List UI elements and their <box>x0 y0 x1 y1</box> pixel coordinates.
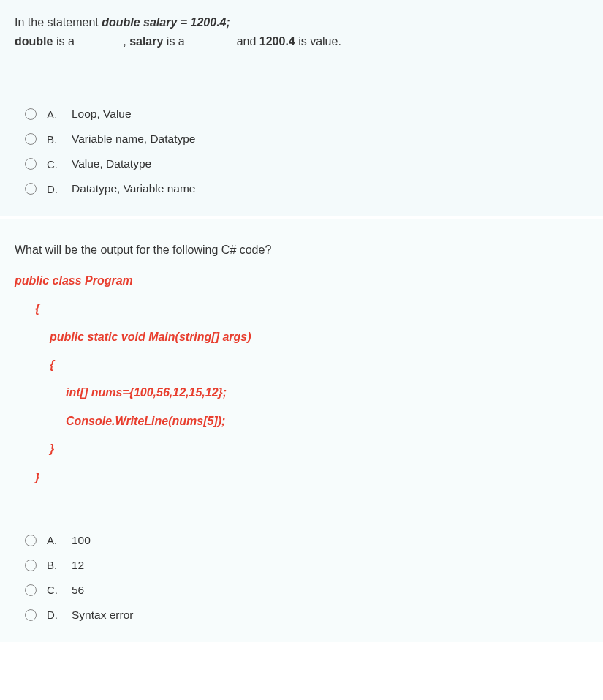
radio-icon <box>25 158 37 170</box>
option-letter: C. <box>47 584 61 596</box>
option-c[interactable]: C. Value, Datatype <box>25 151 588 176</box>
prompt-text: is a <box>163 35 188 48</box>
option-text: Syntax error <box>72 609 133 622</box>
option-text: Value, Datatype <box>72 157 151 170</box>
radio-icon <box>25 584 37 596</box>
option-text: 56 <box>72 584 84 597</box>
prompt-bold: 1200.4 <box>259 35 295 48</box>
code-line: Console.WriteLine(nums[5]); <box>15 407 588 435</box>
option-text: Datatype, Variable name <box>72 182 195 195</box>
code-line: } <box>15 435 588 463</box>
option-c[interactable]: C. 56 <box>25 578 588 603</box>
option-letter: B. <box>47 559 61 571</box>
code-block: public class Program { public static voi… <box>15 267 588 492</box>
code-line: { <box>15 351 588 379</box>
radio-icon <box>25 108 37 120</box>
question-1-prompt: In the statement double salary = 1200.4;… <box>15 13 588 50</box>
prompt-text: is value. <box>295 35 341 48</box>
code-line: public class Program <box>15 267 588 295</box>
radio-icon <box>25 183 37 195</box>
blank-1 <box>77 35 123 45</box>
option-letter: D. <box>47 183 61 195</box>
option-d[interactable]: D. Syntax error <box>25 603 588 628</box>
option-text: Loop, Value <box>72 108 132 121</box>
option-letter: A. <box>47 534 61 546</box>
radio-icon <box>25 535 37 546</box>
question-1-options: A. Loop, Value B. Variable name, Datatyp… <box>15 102 588 201</box>
option-letter: A. <box>47 108 61 121</box>
prompt-code: double salary = 1200.4; <box>102 16 230 29</box>
question-2-options: A. 100 B. 12 C. 56 D. Syntax error <box>15 528 588 628</box>
option-d[interactable]: D. Datatype, Variable name <box>25 176 588 201</box>
prompt-bold: salary <box>129 35 163 48</box>
option-b[interactable]: B. 12 <box>25 553 588 578</box>
question-1: In the statement double salary = 1200.4;… <box>0 0 603 219</box>
prompt-text: In the statement <box>15 16 102 29</box>
code-line: } <box>15 464 588 492</box>
code-line: { <box>15 295 588 323</box>
radio-icon <box>25 133 37 145</box>
option-b[interactable]: B. Variable name, Datatype <box>25 127 588 151</box>
prompt-bold: double <box>15 35 53 48</box>
prompt-text: and <box>233 35 259 48</box>
prompt-line-1: In the statement double salary = 1200.4; <box>15 13 588 32</box>
option-text: 100 <box>72 534 91 547</box>
option-text: Variable name, Datatype <box>72 132 195 146</box>
blank-2 <box>188 35 233 45</box>
option-text: 12 <box>72 559 84 572</box>
prompt-text: What will be the output for the followin… <box>15 244 271 256</box>
question-2: What will be the output for the followin… <box>0 219 603 645</box>
prompt-line-2: double is a , salary is a and 1200.4 is … <box>15 32 588 51</box>
option-letter: D. <box>47 609 61 621</box>
code-line: int[] nums={100,56,12,15,12}; <box>15 379 588 407</box>
option-a[interactable]: A. 100 <box>25 528 588 553</box>
option-a[interactable]: A. Loop, Value <box>25 102 588 127</box>
radio-icon <box>25 609 37 621</box>
prompt-text: is a <box>53 35 77 48</box>
radio-icon <box>25 560 37 571</box>
option-letter: B. <box>47 133 61 146</box>
question-2-prompt: What will be the output for the followin… <box>15 241 588 260</box>
code-line: public static void Main(string[] args) <box>15 323 588 351</box>
option-letter: C. <box>47 158 61 170</box>
prompt-text: , <box>123 35 129 48</box>
